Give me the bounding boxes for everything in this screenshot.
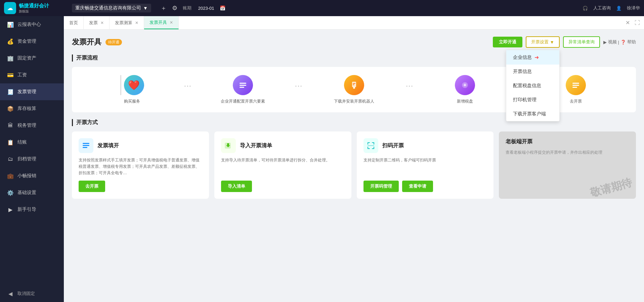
sidebar-item-label: 基础设置 — [17, 190, 36, 196]
svg-rect-4 — [353, 83, 355, 84]
help-label: 帮助 — [627, 39, 636, 45]
settings-button-label: 开票设置 — [531, 39, 549, 45]
sidebar-item-fapiao[interactable]: 🧾 发票管理 — [0, 83, 64, 100]
sidebar-item-jiezhang[interactable]: 📋 结账 — [0, 134, 64, 151]
scan-manage-btn[interactable]: 开票码管理 — [363, 181, 399, 192]
yunbaobiao-icon: 📊 — [7, 21, 14, 28]
method-card-import-header: 导入开票清单 — [221, 138, 345, 153]
sidebar-item-xinshouyindao[interactable]: ▶ 新手引导 — [0, 201, 64, 218]
sidebar-item-zijin[interactable]: 💰 资金管理 — [0, 33, 64, 50]
tab-expand-btn[interactable]: ⛶ — [633, 18, 641, 27]
tab-fapiao-kaiju-close[interactable]: ✕ — [170, 20, 173, 25]
dropdown-item-download[interactable]: 下载开票客户端 — [506, 107, 559, 121]
fill-method-icon — [79, 138, 93, 153]
sidebar-item-baoxiao[interactable]: 💼 小畅报销 — [0, 167, 64, 184]
company-selector[interactable]: 重庆畅捷交通信息咨询有限公司 ▼ — [72, 4, 151, 12]
fill-method-title: 发票填开 — [97, 142, 119, 149]
logo-text-group: 畅捷通好会计 旗舰版 — [19, 3, 49, 14]
flow-step-2-label: 企业开通配置开票六要素 — [221, 99, 265, 104]
add-button[interactable]: ＋ — [161, 4, 167, 12]
exception-button[interactable]: 异常清单查询 — [563, 36, 600, 48]
company-name: 重庆畅捷交通信息咨询有限公司 — [75, 5, 141, 11]
gudingzichan-icon: 🏢 — [7, 54, 14, 62]
sidebar-item-gongzi[interactable]: 💳 工资 — [0, 67, 64, 83]
flow-step-1: ❤️ 购买服务 — [80, 75, 184, 104]
tab-fapiao-cesuan-close[interactable]: ✕ — [135, 21, 138, 25]
svg-rect-23 — [374, 147, 374, 149]
sidebar-item-label: 结账 — [17, 139, 27, 145]
sidebar-item-kucun[interactable]: 📦 库存核算 — [0, 100, 64, 117]
sidebar-item-jichushezhi[interactable]: ⚙️ 基础设置 — [0, 184, 64, 201]
svg-rect-17 — [368, 142, 368, 145]
support-icon: 🎧 — [583, 6, 588, 11]
user-name[interactable]: 徐泽华 — [627, 5, 640, 11]
sidebar-item-label: 资金管理 — [17, 38, 36, 44]
fill-method-btn[interactable]: 去开票 — [79, 181, 105, 192]
calendar-icon[interactable]: 📅 — [220, 5, 225, 11]
svg-rect-13 — [83, 145, 89, 146]
svg-rect-1 — [240, 85, 246, 86]
settings-button[interactable]: 开票设置 ▼ — [526, 36, 560, 48]
sidebar-item-gudingzichan[interactable]: 🏢 固定资产 — [0, 50, 64, 67]
svg-rect-14 — [83, 147, 87, 148]
sidebar-item-yunbaobiao[interactable]: 📊 云报表中心 — [0, 16, 64, 33]
settings-icon[interactable]: ⚙ — [172, 4, 177, 12]
fapiao-icon: 🧾 — [7, 88, 14, 96]
settings-chevron-icon: ▼ — [550, 40, 554, 45]
cancel-pin-icon: ◀ — [7, 290, 14, 297]
dropdown-item-peizhi[interactable]: 配置税盘信息 — [506, 79, 559, 93]
sidebar-item-shuiwu[interactable]: 🏛 税务管理 — [0, 117, 64, 134]
sidebar-item-guidang[interactable]: 🗂 归档管理 — [0, 151, 64, 167]
settings-dropdown-container: 开票设置 ▼ 企业信息 ➜ 开票信息 — [526, 36, 560, 48]
tab-fapiao-kaiju[interactable]: 发票开具 ✕ — [144, 16, 179, 29]
sidebar-item-cancel-pin[interactable]: ◀ 取消固定 — [0, 285, 64, 302]
tab-close-btn[interactable]: ✕ — [624, 18, 631, 27]
method-card-boss: 老板端开票 查看老板端小程序提交的开票申请，并作出相应的处理 敬请期待 — [499, 131, 636, 199]
dropdown-item-kaipiainfo[interactable]: 开票信息 — [506, 65, 559, 79]
play-icon: ▶ — [603, 40, 607, 45]
methods-grid: 发票填开 支持按照发票样式手工填开发票；可开具增值税电子普通发票、增值税普通发票… — [72, 131, 636, 199]
svg-rect-21 — [368, 147, 368, 149]
boss-method-title: 老板端开票 — [506, 138, 532, 145]
svg-rect-11 — [572, 87, 577, 88]
svg-rect-10 — [572, 85, 579, 86]
activate-button[interactable]: 立即开通 — [493, 37, 522, 47]
sidebar-bottom: ◀ 取消固定 — [0, 285, 64, 302]
zijin-icon: 💰 — [7, 38, 14, 45]
import-method-btn[interactable]: 导入清单 — [221, 181, 252, 192]
flow-left-border — [120, 75, 121, 95]
sidebar-item-label: 归档管理 — [17, 156, 36, 162]
sidebar-item-label: 发票管理 — [17, 89, 36, 95]
flow-step-5-label: 去开票 — [570, 99, 582, 104]
import-method-footer: 导入清单 — [221, 181, 345, 192]
dropdown-item-label: 配置税盘信息 — [513, 83, 541, 89]
user-avatar: 👤 — [616, 6, 621, 11]
xinshouyindao-icon: ▶ — [7, 206, 14, 213]
methods-section: 开票方式 发票填开 支持按照发票样式手工填开发票；可开具增值税电子普通发票、增值… — [72, 119, 636, 199]
sidebar-item-label: 小畅报销 — [17, 173, 36, 179]
sidebar-item-label: 税务管理 — [17, 122, 36, 128]
jiezhang-icon: 📋 — [7, 139, 14, 146]
tab-fapiao-cesuan-label: 发票测算 — [115, 20, 132, 26]
tab-fapiao[interactable]: 发票 ✕ — [84, 16, 110, 29]
method-card-fill-header: 发票填开 — [79, 138, 202, 153]
import-method-icon — [221, 138, 236, 153]
page-header: 发票开具 待开通 立即开通 开票设置 ▼ 企业信息 ➜ — [72, 36, 636, 48]
flow-dots-1: • • • — [184, 84, 191, 96]
video-button[interactable]: ▶ 视频 | ❓ 帮助 — [603, 39, 636, 45]
tab-fapiao-close[interactable]: ✕ — [100, 21, 104, 25]
scan-method-title: 扫码开票 — [382, 142, 404, 149]
method-card-scan: 扫码开票 支持定制开票二维码，客户端可扫码开票 开票码管理 查看申请 — [357, 131, 494, 199]
fill-method-desc: 支持按照发票样式手工填开发票；可开具增值税电子普通发票、增值税普通发票、增值税专… — [79, 157, 202, 177]
scan-view-btn[interactable]: 查看申请 — [402, 181, 433, 192]
tab-fapiao-cesuan[interactable]: 发票测算 ✕ — [110, 16, 144, 29]
dropdown-item-qiyeinfo[interactable]: 企业信息 ➜ — [506, 50, 559, 65]
right-panel: 首页 发票 ✕ 发票测算 ✕ 发票开具 ✕ ✕ ⛶ 发票开具 — [64, 16, 644, 302]
baoxiao-icon: 💼 — [7, 172, 14, 180]
support-label[interactable]: 人工咨询 — [593, 5, 611, 11]
video-label: 视频 — [608, 39, 617, 45]
tab-home[interactable]: 首页 — [64, 16, 84, 29]
content-area: 发票开具 待开通 立即开通 开票设置 ▼ 企业信息 ➜ — [64, 30, 644, 302]
dropdown-item-dayinji[interactable]: 打印机管理 — [506, 93, 559, 107]
jichushezhi-icon: ⚙️ — [7, 189, 14, 196]
